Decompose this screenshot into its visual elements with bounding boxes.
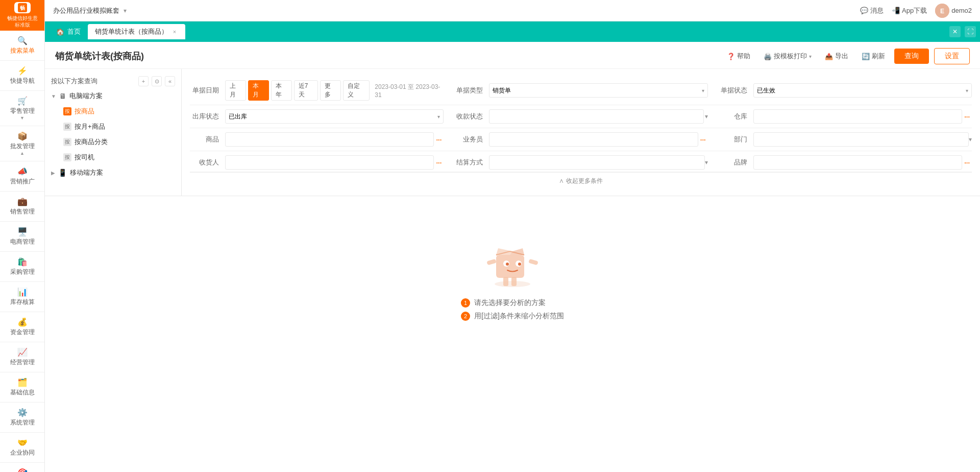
tree-node-by-category[interactable]: 按 按商品分类 <box>45 134 181 150</box>
tab-fullscreen-btn[interactable]: ⛶ <box>965 26 976 37</box>
panel-header-left: 按以下方案查询 <box>51 77 97 86</box>
brand-dots[interactable]: ··· <box>962 159 972 167</box>
empty-hint-2: 2 用[过滤]条件来缩小分析范围 <box>461 312 564 321</box>
collapse-bar[interactable]: ∧ 收起更多条件 <box>190 172 972 190</box>
tree-node-by-cashier[interactable]: 按 按司机 <box>45 150 181 165</box>
inventory-icon: 📊 <box>17 287 28 297</box>
tree-mobile-label: 移动端方案 <box>70 168 103 177</box>
svg-text:E: E <box>940 8 944 15</box>
svg-point-8 <box>506 263 509 266</box>
tree-desktop-root[interactable]: ▼ 🖥 电脑端方案 <box>45 88 181 104</box>
by-month-product-icon: 按 <box>63 123 71 131</box>
department-arrow[interactable]: ▾ <box>969 136 972 143</box>
warehouse-dots[interactable]: ··· <box>962 113 972 121</box>
quicknav-icon: ⚡ <box>17 66 28 76</box>
date-btn-7days[interactable]: 近7天 <box>294 80 318 101</box>
panel-edit-btn[interactable]: ⊙ <box>152 76 162 86</box>
date-btn-custom[interactable]: 自定义 <box>343 80 370 101</box>
panel-collapse-btn[interactable]: « <box>165 76 175 86</box>
query-button[interactable]: 查询 <box>894 49 929 64</box>
tree-node-by-product[interactable]: 按 按商品 <box>45 104 181 119</box>
sidebar-item-quicknav[interactable]: ⚡ 快捷导航 <box>0 61 44 91</box>
doc-status-control: 已生效 ▾ <box>753 83 972 98</box>
svg-rect-5 <box>496 255 524 278</box>
topbar: 办公用品行业模拟账套 ▾ 💬 消息 📲 App下载 E demo2 <box>45 0 980 21</box>
panel-action-icons: + ⊙ « <box>138 76 175 86</box>
tree-node-by-month-product[interactable]: 按 按月+商品 <box>45 119 181 134</box>
sidebar-item-sales[interactable]: 💼 销售管理 <box>0 192 44 222</box>
date-btn-more[interactable]: 更多 <box>320 80 341 101</box>
collapse-icon: « <box>168 78 172 84</box>
collapse-label: ∧ 收起更多条件 <box>559 177 602 184</box>
date-btn-last-month[interactable]: 上月 <box>225 80 246 101</box>
by-product-icon: 按 <box>63 107 71 115</box>
tab-close-all-btn[interactable]: ✕ <box>949 26 961 37</box>
salesman-dots[interactable]: ··· <box>698 136 708 144</box>
tree-mobile-root[interactable]: ▶ 📱 移动端方案 <box>45 165 181 180</box>
out-status-select[interactable]: 已出库 ▾ <box>225 109 444 124</box>
setting-button[interactable]: 设置 <box>934 48 970 64</box>
doc-type-select[interactable]: 销货单 ▾ <box>489 83 707 98</box>
salesman-label: 业务员 <box>454 135 487 144</box>
panel-add-btn[interactable]: + <box>138 76 149 86</box>
product-input[interactable] <box>225 132 434 147</box>
sidebar-item-operations[interactable]: 📈 经营管理 <box>0 342 44 372</box>
sidebar-system-label: 系统管理 <box>10 418 35 427</box>
doc-status-select[interactable]: 已生效 ▾ <box>753 83 972 98</box>
brand-input[interactable] <box>753 155 963 170</box>
tab-close-icon[interactable]: × <box>171 28 178 35</box>
sidebar-item-finance[interactable]: 💰 资金管理 <box>0 312 44 342</box>
edit-icon: ⊙ <box>155 78 159 85</box>
date-btn-this-month[interactable]: 本月 <box>248 80 269 101</box>
sidebar-item-enterprise[interactable]: 🤝 企业协同 <box>0 433 44 463</box>
sidebar-item-system[interactable]: ⚙️ 系统管理 <box>0 403 44 433</box>
collect-status-input[interactable] <box>489 109 703 124</box>
sidebar-item-basic[interactable]: 🗂️ 基础信息 <box>0 372 44 403</box>
settlement-arrow[interactable]: ▾ <box>705 159 708 166</box>
sidebar-item-search[interactable]: 🔍 搜索菜单 <box>0 31 44 61</box>
export-icon: 📤 <box>825 53 833 60</box>
consignee-label: 收货人 <box>190 158 223 167</box>
consignee-input[interactable] <box>225 155 434 170</box>
warehouse-label: 仓库 <box>718 112 751 121</box>
right-filter: 单据日期 上月 本月 本年 近7天 更多 自定义 2023-03-01 至 20… <box>182 69 980 196</box>
message-label: 消息 <box>870 6 884 15</box>
salesman-input[interactable] <box>489 132 698 147</box>
svg-point-9 <box>518 263 521 266</box>
panel-header-label: 按以下方案查询 <box>51 77 97 86</box>
sidebar-item-purchase[interactable]: 🛍️ 采购管理 <box>0 252 44 282</box>
print-btn[interactable]: 🖨️ 按模板打印 ▾ <box>760 50 816 63</box>
date-btn-this-year[interactable]: 本年 <box>271 80 292 101</box>
svg-rect-10 <box>486 259 496 265</box>
tab-home[interactable]: 🏠 首页 <box>49 24 88 39</box>
help-btn[interactable]: ❓ 帮助 <box>723 50 754 63</box>
product-label: 商品 <box>190 135 223 144</box>
logo-icon: 畅 <box>14 2 31 13</box>
department-input[interactable] <box>753 132 969 147</box>
department-control: ▾ <box>753 132 972 147</box>
brand-label: 品牌 <box>718 158 751 167</box>
sidebar-item-inventory[interactable]: 📊 库存核算 <box>0 282 44 312</box>
sidebar-item-retail[interactable]: 🛒 零售管理 ▼ <box>0 91 44 126</box>
settlement-input[interactable] <box>489 155 704 170</box>
tab-report[interactable]: 销货单统计表（按商品） × <box>88 24 185 39</box>
refresh-btn[interactable]: 🔄 刷新 <box>857 50 889 63</box>
sidebar-item-ecommerce[interactable]: 🖥️ 电商管理 <box>0 222 44 252</box>
sidebar-item-newbie[interactable]: 🎯 新手引导 <box>0 463 44 472</box>
hint-num-2: 2 <box>461 312 470 321</box>
sidebar-item-marketing[interactable]: 📣 营销推广 <box>0 161 44 192</box>
company-dropdown-icon[interactable]: ▾ <box>124 7 127 14</box>
export-btn[interactable]: 📤 导出 <box>821 50 852 63</box>
sidebar-item-wholesale[interactable]: 📦 批发管理 ▲ <box>0 126 44 161</box>
product-dots[interactable]: ··· <box>434 136 444 144</box>
sidebar-sales-label: 销售管理 <box>10 207 35 216</box>
svg-rect-13 <box>511 277 517 286</box>
date-control: 上月 本月 本年 近7天 更多 自定义 2023-03-01 至 2023-03… <box>225 80 444 101</box>
tree-arrow-right: ▶ <box>51 170 55 176</box>
collect-dropdown[interactable]: ▾ <box>705 113 708 120</box>
message-btn[interactable]: 💬 消息 <box>860 6 884 15</box>
user-profile-btn[interactable]: E demo2 <box>935 4 972 18</box>
consignee-dots[interactable]: ··· <box>434 159 444 167</box>
warehouse-input[interactable] <box>753 109 963 124</box>
app-download-btn[interactable]: 📲 App下载 <box>892 6 927 15</box>
